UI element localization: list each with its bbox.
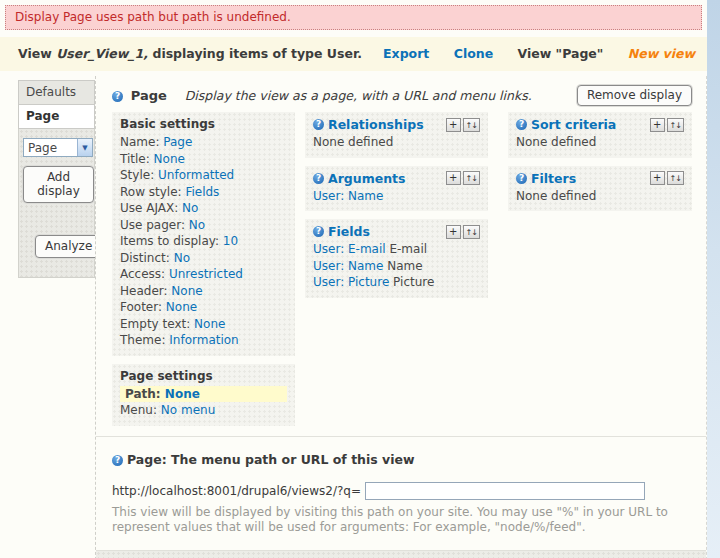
field-link[interactable]: User: Name: [313, 259, 383, 273]
field-link[interactable]: User: E-mail: [313, 242, 386, 256]
setting-link[interactable]: No: [182, 201, 198, 215]
view-label: View: [18, 46, 52, 61]
setting-row-distinct: Distinct: No: [120, 250, 287, 267]
tab-defaults[interactable]: Defaults: [18, 80, 95, 105]
setting-link[interactable]: 10: [223, 234, 238, 248]
column-right: ? Sort criteria + ↑↓ None defined ?: [508, 112, 692, 434]
display-type-select[interactable]: Page ▼: [23, 138, 93, 157]
argument-link[interactable]: User: Name: [313, 189, 383, 203]
path-input-row: http://localhost:8001/drupal6/views2/?q=: [112, 482, 690, 500]
url-prefix-text: http://localhost:8001/drupal6/views2/?q=: [112, 484, 361, 498]
setting-row-style: Style: Unformatted: [120, 167, 287, 184]
field-item: User: Picture Picture: [313, 274, 480, 291]
rearrange-arguments-icon-button[interactable]: ↑↓: [463, 171, 480, 185]
field-item: User: Name Name: [313, 258, 480, 275]
filters-box: ? Filters + ↑↓ None defined: [508, 166, 692, 212]
help-icon[interactable]: ?: [516, 173, 527, 184]
clone-link[interactable]: Clone: [454, 46, 493, 61]
setting-link[interactable]: Unrestricted: [169, 267, 243, 281]
help-icon[interactable]: ?: [313, 226, 324, 237]
rearrange-fields-icon-button[interactable]: ↑↓: [463, 225, 480, 239]
path-config-title: ?Page: The menu path or URL of this view: [112, 452, 690, 467]
sort-criteria-title-link[interactable]: Sort criteria: [531, 117, 616, 132]
help-icon[interactable]: ?: [516, 119, 527, 130]
setting-link[interactable]: Page: [163, 135, 192, 149]
add-filter-icon-button[interactable]: +: [650, 171, 665, 185]
view-actions: Export Clone View "Page" New view: [363, 46, 695, 61]
display-title: Page: [131, 88, 167, 103]
setting-link[interactable]: Fields: [185, 185, 219, 199]
basic-settings-box: Basic settings Name: Page Title: None St…: [112, 112, 295, 356]
add-sort-icon-button[interactable]: +: [650, 118, 665, 132]
arguments-box: ? Arguments + ↑↓ User: Name: [305, 166, 488, 212]
setting-link[interactable]: No: [189, 218, 205, 232]
setting-link[interactable]: Information: [169, 333, 238, 347]
path-config-section: ?Page: The menu path or URL of this view…: [96, 437, 706, 538]
rearrange-relationships-icon-button[interactable]: ↑↓: [463, 118, 480, 132]
views-ui-page: Display Page uses path but path is undef…: [0, 5, 720, 558]
display-editor-header: ? Page Display the view as a page, with …: [96, 87, 706, 112]
display-description: Display the view as a page, with a URL a…: [185, 88, 532, 103]
path-input[interactable]: [365, 482, 645, 500]
view-summary-bar: View User_View_1, displaying items of ty…: [0, 37, 707, 71]
page-settings-box: Page settings Path: None Menu: No menu: [112, 364, 295, 426]
column-basic-settings: Basic settings Name: Page Title: None St…: [112, 112, 295, 434]
remove-display-button[interactable]: Remove display: [577, 85, 692, 106]
path-setting-link[interactable]: None: [165, 387, 200, 401]
display-type-selected-value: Page: [28, 141, 57, 155]
chevron-down-icon: ▼: [77, 139, 92, 156]
setting-link[interactable]: None: [154, 152, 185, 166]
display-controls-panel: Page ▼ Add display Analyze: [18, 129, 95, 278]
filters-title-link[interactable]: Filters: [531, 171, 576, 186]
column-middle: ? Relationships + ↑↓ None defined ?: [305, 112, 488, 434]
add-relationship-icon-button[interactable]: +: [446, 118, 461, 132]
error-message: Display Page uses path but path is undef…: [5, 5, 702, 30]
setting-row-row-style: Row style: Fields: [120, 184, 287, 201]
setting-row-use-pager: Use pager: No: [120, 217, 287, 234]
help-icon[interactable]: ?: [313, 173, 324, 184]
setting-row-use-ajax: Use AJAX: No: [120, 200, 287, 217]
menu-setting-link[interactable]: No menu: [161, 403, 215, 417]
tab-page[interactable]: Page: [18, 105, 95, 129]
fields-title-link[interactable]: Fields: [328, 224, 370, 239]
views-edit-workspace: Defaults Page Page ▼ Add display Analyze…: [0, 76, 720, 558]
setting-link[interactable]: None: [171, 284, 202, 298]
setting-link[interactable]: None: [166, 300, 197, 314]
view-page-link[interactable]: View "Page": [518, 46, 604, 61]
analyze-button[interactable]: Analyze: [35, 235, 102, 258]
setting-link[interactable]: None: [194, 317, 225, 331]
relationships-title-link[interactable]: Relationships: [328, 117, 424, 132]
arguments-title-link[interactable]: Arguments: [328, 171, 406, 186]
add-display-button[interactable]: Add display: [23, 166, 94, 203]
view-description: displaying items of type User.: [152, 46, 362, 61]
setting-link[interactable]: Unformatted: [158, 168, 234, 182]
relationships-box: ? Relationships + ↑↓ None defined: [305, 112, 488, 158]
rearrange-sorts-icon-button[interactable]: ↑↓: [667, 118, 684, 132]
path-help-text: This view will be displayed by visiting …: [112, 505, 698, 536]
help-icon[interactable]: ?: [313, 119, 324, 130]
setting-row-title: Title: None: [120, 151, 287, 168]
settings-columns: Basic settings Name: Page Title: None St…: [96, 112, 706, 434]
new-view-link[interactable]: New view: [628, 46, 695, 61]
form-actions-bar: Update Cancel: [96, 550, 706, 558]
display-sidebar: Defaults Page Page ▼ Add display Analyze: [18, 80, 95, 278]
field-link[interactable]: User: Picture: [313, 275, 389, 289]
error-message-text: Display Page uses path but path is undef…: [15, 10, 291, 24]
page-settings-title: Page settings: [120, 369, 287, 386]
fields-box: ? Fields + ↑↓ User: E-mail E-mail: [305, 219, 488, 298]
add-argument-icon-button[interactable]: +: [446, 171, 461, 185]
rearrange-filters-icon-button[interactable]: ↑↓: [667, 171, 684, 185]
setting-row-items-to-display: Items to display: 10: [120, 233, 287, 250]
help-icon[interactable]: ?: [112, 91, 123, 102]
setting-row-footer: Footer: None: [120, 299, 287, 316]
basic-settings-title: Basic settings: [120, 117, 287, 134]
sort-criteria-box: ? Sort criteria + ↑↓ None defined: [508, 112, 692, 158]
help-icon[interactable]: ?: [112, 455, 123, 466]
filters-empty-text: None defined: [516, 188, 684, 205]
setting-row-name: Name: Page: [120, 134, 287, 151]
setting-row-header: Header: None: [120, 283, 287, 300]
setting-row-theme: Theme: Information: [120, 332, 287, 349]
setting-link[interactable]: No: [174, 251, 190, 265]
add-field-icon-button[interactable]: +: [446, 225, 461, 239]
export-link[interactable]: Export: [383, 46, 429, 61]
